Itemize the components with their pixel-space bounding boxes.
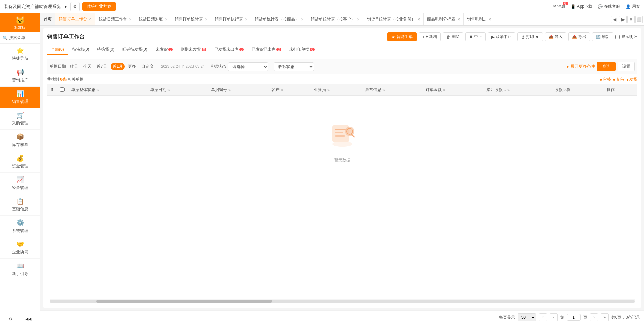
message-button[interactable]: ✉ 6 消息 <box>553 4 565 9</box>
subtab-not-shipped[interactable]: 未发货0 <box>152 45 177 55</box>
th-staff[interactable]: 业务员 ⇅ <box>310 84 362 96</box>
th-checkbox[interactable] <box>57 84 68 96</box>
tab-staff-stat[interactable]: 销货单统计表（按业务员） ✕ <box>363 13 424 26</box>
horizontal-scrollbar[interactable] <box>50 299 635 303</box>
expand-conditions-button[interactable]: ▼ 展开更多条件 <box>566 64 595 69</box>
last-page-button[interactable]: » <box>601 313 609 321</box>
sidebar-collapse-icon[interactable]: ◀◀ <box>25 317 31 321</box>
tab-close-goods-stat[interactable]: ✕ <box>301 17 304 21</box>
date-more[interactable]: 更多 <box>126 63 138 70</box>
show-detail-checkbox[interactable] <box>615 35 620 39</box>
tab-money-reconcile[interactable]: 钱货日清对账 ✕ <box>135 13 171 26</box>
status-select[interactable]: 请选择 <box>228 62 268 71</box>
th-date[interactable]: 单据日期 ⇅ <box>147 84 207 96</box>
industry-button[interactable]: 体验行业方案 <box>82 2 116 11</box>
subtab-overdue-ship[interactable]: 到期未发货0 <box>177 45 210 55</box>
sidebar-item-enterprise[interactable]: 🤝 企业协同 <box>0 237 40 259</box>
date-today[interactable]: 今天 <box>81 63 93 70</box>
subtab-all[interactable]: 全部(0) <box>47 45 68 55</box>
sidebar-item-marketing[interactable]: 📢 营销推广 <box>0 65 40 87</box>
new-button[interactable]: + + 新增 <box>419 32 441 41</box>
subtab-shipped-not-out[interactable]: 已发货未出库0 <box>210 45 248 55</box>
page-size-select[interactable]: 20 50 100 <box>518 313 536 321</box>
user-menu-button[interactable]: 👤 用友 <box>626 4 640 9</box>
sidebar-item-finance[interactable]: 💰 资金管理 <box>0 151 40 173</box>
subtab-pending-review[interactable]: 待审核(0) <box>68 45 93 55</box>
sidebar-item-quick-nav[interactable]: ⭐ 快捷导航 <box>0 44 40 65</box>
print-button[interactable]: 🖨 打印 ▼ <box>517 32 543 41</box>
empty-icon <box>326 119 359 153</box>
smart-generate-button[interactable]: ★ 智能生单 <box>387 32 417 41</box>
subtab-not-printed[interactable]: 未打印单据0 <box>285 45 319 55</box>
tab-close-all-button[interactable]: ✕ <box>627 16 635 23</box>
date-7days[interactable]: 近7天 <box>95 63 109 70</box>
tab-sales-exec[interactable]: 销售订单执行表 ✕ <box>211 13 251 26</box>
tab-next-button[interactable]: ▶ <box>619 16 627 23</box>
next-page-button[interactable]: › <box>590 313 598 321</box>
page-number-input[interactable] <box>567 314 581 321</box>
th-cumulative[interactable]: 累计收款... ⇅ <box>483 84 551 96</box>
show-detail-checkbox-label[interactable]: 显示明细 <box>615 34 637 40</box>
approve-button[interactable]: ● 审核 <box>600 77 611 82</box>
ship-button[interactable]: ● 发货 <box>626 77 637 82</box>
sidebar-item-basic-info[interactable]: 📋 基础信息 <box>0 194 40 216</box>
th-status[interactable]: 单据整体状态 ⇅ <box>68 84 147 96</box>
subtab-pending-pick[interactable]: 待拣货(0) <box>93 45 118 55</box>
tab-sales-gross[interactable]: 销售毛利... ✕ <box>464 13 495 26</box>
select-all-checkbox[interactable] <box>60 87 65 92</box>
export-button[interactable]: 📤 导出 <box>568 32 590 41</box>
tab-sales-order[interactable]: 销售订单工作台 ✕ <box>55 13 95 26</box>
th-number[interactable]: 单据编号 ⇅ <box>208 84 268 96</box>
filter-settings-button[interactable]: 设置 <box>618 62 635 71</box>
sidebar-item-purchase[interactable]: 🛒 采购管理 <box>0 108 40 130</box>
tab-close-sales-exec[interactable]: ✕ <box>245 17 248 21</box>
app-download-button[interactable]: 📱 App下载 <box>571 4 592 9</box>
tab-close-gross-margin[interactable]: ✕ <box>457 17 460 21</box>
tab-close-sales-gross[interactable]: ✕ <box>488 17 491 21</box>
date-custom[interactable]: 自定义 <box>139 63 156 70</box>
sidebar-item-system[interactable]: ⚙️ 系统管理 <box>0 216 40 237</box>
tab-close-money-reconcile[interactable]: ✕ <box>165 17 168 21</box>
th-customer[interactable]: 客户 ⇅ <box>268 84 310 96</box>
tab-gross-margin[interactable]: 商品毛利分析表 ✕ <box>424 13 464 26</box>
subtab-wangpu-ship[interactable]: 旺铺待发货(0) <box>118 45 152 55</box>
tab-money-daily[interactable]: 钱货日清工作台 ✕ <box>95 13 135 26</box>
suspend-button[interactable]: ⏸ 中止 <box>465 32 486 41</box>
first-page-button[interactable]: « <box>539 313 547 321</box>
refresh-button[interactable]: 🔄 刷新 <box>592 32 613 41</box>
sidebar-item-inventory[interactable]: 📦 库存核算 <box>0 130 40 151</box>
tab-close-sales-stat[interactable]: ✕ <box>205 17 208 21</box>
date-yesterday[interactable]: 昨天 <box>68 63 80 70</box>
tab-close-staff-stat[interactable]: ✕ <box>417 17 420 21</box>
sidebar-item-guide[interactable]: 📖 新手引导 <box>0 259 40 280</box>
tab-close-customer-stat[interactable]: ✕ <box>357 17 360 21</box>
sidebar-item-sales[interactable]: 📊 销售管理 <box>0 87 40 108</box>
tab-customer-stat[interactable]: 销货单统计表（按客户） ✕ <box>307 13 363 26</box>
sidebar-search-button[interactable]: 🔍 搜索菜单 <box>0 32 40 44</box>
revoke-button[interactable]: ● 弃审 <box>613 77 624 82</box>
tab-sales-stat[interactable]: 销售订单统计表 ✕ <box>171 13 211 26</box>
tab-maximize-button[interactable]: ⬜ <box>635 16 643 23</box>
query-button[interactable]: 查询 <box>597 62 616 71</box>
settings-button[interactable]: ⚙ <box>70 2 80 11</box>
prev-page-button[interactable]: ‹ <box>550 313 558 321</box>
tab-close-money-daily[interactable]: ✕ <box>129 17 132 21</box>
subtab-shipped-out[interactable]: 已发货已出库0 <box>248 45 285 55</box>
import-button[interactable]: 📥 导入 <box>545 32 566 41</box>
tab-close-sales-order[interactable]: ✕ <box>89 17 92 21</box>
cancel-suspend-button[interactable]: ▶ 取消中止 <box>488 32 515 41</box>
date-range-display: 2023-02-24 至 2023-03-24 <box>161 64 205 69</box>
sidebar-item-operations[interactable]: 📈 经营管理 <box>0 173 40 194</box>
th-amount[interactable]: 订单金额 ⇅ <box>422 84 483 96</box>
delete-button[interactable]: 🗑 删除 <box>443 32 463 41</box>
tab-home[interactable]: 首页 <box>40 13 55 26</box>
tab-goods-stat[interactable]: 销货单统计表（按商品） ✕ <box>251 13 307 26</box>
online-service-button[interactable]: 💬 在线客服 <box>598 4 620 9</box>
sidebar-settings-icon[interactable]: ⚙ <box>9 317 13 321</box>
system-dropdown[interactable]: ▼ <box>63 4 68 9</box>
tab-prev-button[interactable]: ◀ <box>611 16 618 23</box>
th-abnormal[interactable]: 异常信息 ⇅ <box>362 84 422 96</box>
scrollbar-thumb[interactable] <box>96 300 272 303</box>
payment-select[interactable]: 收款状态 <box>274 62 314 71</box>
date-1month[interactable]: 近1月 <box>111 63 125 70</box>
